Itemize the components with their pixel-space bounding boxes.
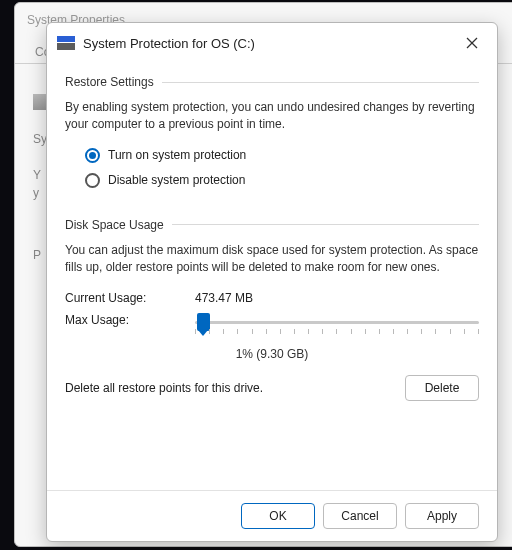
restore-settings-label: Restore Settings (65, 75, 154, 89)
dialog-titlebar: System Protection for OS (C:) (47, 23, 497, 59)
max-usage-label: Max Usage: (65, 313, 195, 327)
system-protection-dialog: System Protection for OS (C:) Restore Se… (46, 22, 498, 542)
radio-icon (85, 173, 100, 188)
max-usage-value: 1% (9.30 GB) (65, 347, 479, 361)
restore-settings-heading: Restore Settings (65, 75, 479, 89)
radio-turn-on[interactable]: Turn on system protection (85, 148, 479, 163)
apply-button[interactable]: Apply (405, 503, 479, 529)
close-icon (466, 37, 478, 49)
dialog-footer: OK Cancel Apply (47, 490, 497, 541)
restore-settings-description: By enabling system protection, you can u… (65, 99, 479, 134)
radio-icon (85, 148, 100, 163)
radio-turn-on-label: Turn on system protection (108, 148, 246, 162)
drive-icon (57, 36, 75, 50)
max-usage-slider[interactable] (195, 313, 479, 339)
max-usage-row: Max Usage: (65, 313, 479, 339)
cancel-button[interactable]: Cancel (323, 503, 397, 529)
radio-disable-label: Disable system protection (108, 173, 245, 187)
current-usage-value: 473.47 MB (195, 291, 253, 305)
current-usage-row: Current Usage: 473.47 MB (65, 291, 479, 305)
slider-track (195, 321, 479, 324)
current-usage-label: Current Usage: (65, 291, 195, 305)
close-button[interactable] (457, 31, 487, 55)
disk-space-heading: Disk Space Usage (65, 218, 479, 232)
disk-space-label: Disk Space Usage (65, 218, 164, 232)
disk-space-description: You can adjust the maximum disk space us… (65, 242, 479, 277)
radio-disable[interactable]: Disable system protection (85, 173, 479, 188)
ok-button[interactable]: OK (241, 503, 315, 529)
slider-ticks (195, 329, 479, 334)
protection-radio-group: Turn on system protection Disable system… (85, 148, 479, 188)
delete-description: Delete all restore points for this drive… (65, 381, 263, 395)
dialog-title: System Protection for OS (C:) (83, 36, 457, 51)
delete-button[interactable]: Delete (405, 375, 479, 401)
